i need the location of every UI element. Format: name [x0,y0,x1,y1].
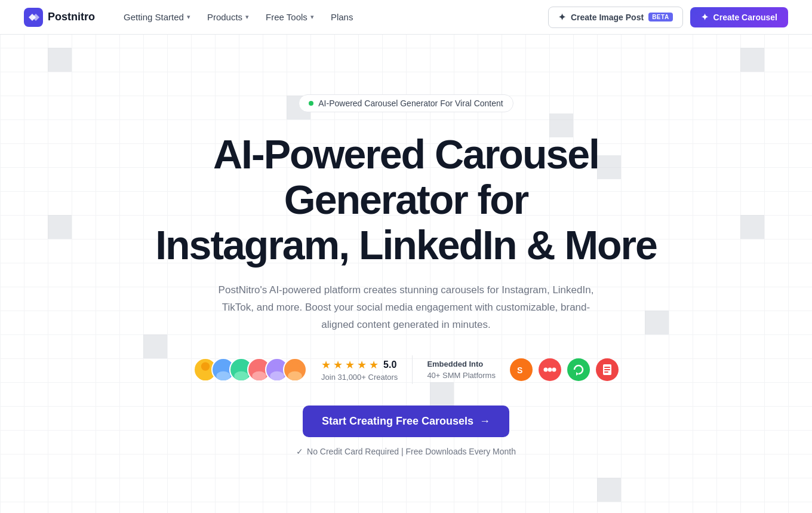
platform-logo-monday [539,358,561,381]
svg-point-1 [201,363,210,371]
nav-left: Postnitro Getting Started ▾ Products ▾ F… [24,8,360,27]
svg-rect-24 [604,369,610,370]
hero-section: AI-Powered Carousel Generator For Viral … [0,35,812,492]
hero-subtitle: PostNitro's AI-powered platform creates … [215,282,597,334]
chevron-down-icon: ▾ [245,13,249,21]
svg-point-3 [219,363,227,371]
svg-point-18 [552,368,556,372]
rating-block: ★ ★ ★ ★ ★ 5.0 Join 31,000+ Creators [321,358,398,382]
star-icon: ★ [369,358,379,371]
navbar: Postnitro Getting Started ▾ Products ▾ F… [0,0,812,35]
create-image-post-button[interactable]: ✦ Create Image Post BETA [548,7,683,28]
embedded-label: Embedded Into [427,360,483,368]
svg-point-2 [198,371,212,381]
svg-point-5 [237,363,245,371]
rating-value: 5.0 [383,360,396,370]
chevron-down-icon: ▾ [187,13,190,21]
svg-point-17 [548,368,552,372]
platform-logo-semrush: S [510,358,533,381]
logo-link[interactable]: Postnitro [24,8,95,27]
platform-logos: S [510,358,619,381]
stars-row: ★ ★ ★ ★ ★ 5.0 [321,358,396,371]
svg-point-16 [543,368,548,372]
star-icon: ★ [333,358,343,371]
nav-free-tools[interactable]: Free Tools ▾ [259,8,321,26]
chevron-down-icon: ▾ [310,13,314,21]
cta-button[interactable]: Start Creating Free Carousels → [303,406,509,437]
sparkle-icon: ✦ [701,12,709,23]
svg-rect-25 [604,371,608,373]
avatar-group [193,358,307,382]
nav-links: Getting Started ▾ Products ▾ Free Tools … [116,8,360,26]
hero-title: AI-Powered Carousel Generator for Instag… [149,131,663,268]
svg-point-4 [216,371,230,381]
svg-point-11 [291,363,299,371]
sparkle-icon: ✦ [558,12,566,23]
arrow-icon: → [479,415,490,428]
svg-point-19 [568,359,589,380]
svg-point-10 [270,371,284,381]
status-dot [309,101,313,106]
nav-getting-started[interactable]: Getting Started ▾ [116,8,198,26]
svg-point-9 [273,363,281,371]
svg-rect-23 [604,367,610,368]
embedded-block: Embedded Into 40+ SMM Platforms [427,360,496,380]
create-carousel-button[interactable]: ✦ Create Carousel [690,7,788,27]
star-icon: ★ [321,358,331,371]
no-cc-row: ✓ No Credit Card Required | Free Downloa… [296,447,516,456]
check-icon: ✓ [296,447,303,456]
hero-badge: AI-Powered Carousel Generator For Viral … [299,94,513,112]
social-proof: ★ ★ ★ ★ ★ 5.0 Join 31,000+ Creators Embe… [193,355,619,384]
star-icon: ★ [357,358,367,371]
beta-badge: BETA [648,13,672,21]
avatar [283,358,307,382]
svg-point-8 [252,371,266,381]
star-icon: ★ [345,358,355,371]
nav-plans[interactable]: Plans [324,8,361,26]
svg-text:S: S [517,365,522,375]
svg-point-7 [255,363,263,371]
platform-logo-red [596,358,619,381]
embedded-sub: 40+ SMM Platforms [427,371,496,380]
rating-sub-text: Join 31,000+ Creators [321,373,398,382]
svg-point-6 [234,371,248,381]
divider [412,355,413,384]
logo-icon [24,8,43,27]
nav-right: ✦ Create Image Post BETA ✦ Create Carous… [548,7,788,28]
svg-point-12 [288,371,302,381]
logo-text: Postnitro [48,11,95,23]
nav-products[interactable]: Products ▾ [200,8,256,26]
platform-logo-green [567,358,590,381]
